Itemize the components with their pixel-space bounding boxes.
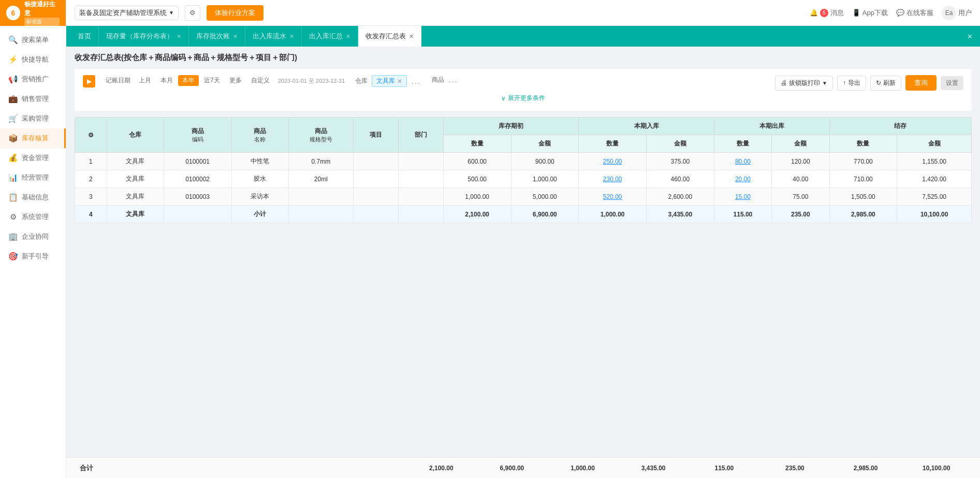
col-product-code-header: 商品编码 bbox=[164, 118, 231, 153]
cell-product-spec: 0.7mm bbox=[288, 153, 353, 170]
refresh-button[interactable]: ↻ 刷新 bbox=[870, 76, 901, 91]
cell-closing-qty: 770.00 bbox=[829, 153, 897, 170]
cell-out-qty[interactable]: 15.00 bbox=[714, 188, 771, 206]
close-icon[interactable]: ✕ bbox=[409, 33, 414, 40]
cell-warehouse: 文具库 bbox=[107, 153, 164, 170]
tab-inout-summary[interactable]: 出入库汇总 ✕ bbox=[302, 26, 358, 47]
gear-button[interactable]: ⚙ bbox=[185, 5, 200, 21]
col-project-header: 项目 bbox=[354, 118, 399, 153]
filter-expand-button[interactable]: ▶ bbox=[83, 75, 95, 88]
sidebar-item-beginner[interactable]: 🎯 新手引导 bbox=[0, 247, 66, 266]
sidebar-item-enterprise[interactable]: 🏢 企业协同 bbox=[0, 227, 66, 247]
sidebar: 6 畅捷通好生意 标准版 🔍 搜索菜单 ⚡ 快捷导航 📢 营销推广 💼 销售管理… bbox=[0, 0, 66, 478]
cell-in-qty[interactable]: 250.00 bbox=[579, 153, 647, 170]
close-icon[interactable]: ✕ bbox=[289, 33, 294, 40]
warehouse-remove-icon[interactable]: ✕ bbox=[397, 78, 402, 85]
col-in-qty-header: 数量 bbox=[579, 135, 647, 153]
purchase-icon: 🛒 bbox=[8, 114, 18, 123]
cell-opening-qty: 2,100.00 bbox=[443, 206, 511, 223]
sidebar-item-marketing[interactable]: 📢 营销推广 bbox=[0, 69, 66, 89]
print-label: 拔锁版打印 bbox=[789, 79, 820, 88]
cell-out-amt: 75.00 bbox=[772, 188, 829, 206]
cell-out-amt: 235.00 bbox=[772, 206, 829, 223]
sidebar-item-label: 基础信息 bbox=[22, 193, 49, 202]
cell-out-qty[interactable]: 20.00 bbox=[714, 170, 771, 188]
notifications-item[interactable]: 🔔 6 消息 bbox=[810, 8, 844, 18]
notifications-label: 消息 bbox=[830, 8, 844, 18]
col-in-amt-header: 金额 bbox=[647, 135, 714, 153]
page-container: 收发存汇总表(按仓库＋商品编码＋商品＋规格型号＋项目＋部门) ▶ 记账日期 上月… bbox=[66, 47, 980, 255]
sidebar-item-finance[interactable]: 💰 资金管理 bbox=[0, 148, 66, 168]
tab-inout-flow[interactable]: 出入库流水 ✕ bbox=[245, 26, 302, 47]
enterprise-icon: 🏢 bbox=[8, 232, 18, 241]
notifications-badge: 6 bbox=[820, 9, 828, 17]
sidebar-item-inventory[interactable]: 📦 库存核算 bbox=[0, 128, 66, 148]
tab-receive-send[interactable]: 收发存汇总表 ✕ bbox=[358, 26, 421, 47]
sidebar-item-system[interactable]: ⚙ 系统管理 bbox=[0, 207, 66, 227]
service-icon: 💬 bbox=[896, 9, 904, 17]
table-row: 1 文具库 0100001 中性笔 0.7mm 600.00 900.00 25… bbox=[75, 153, 972, 170]
topbar-right: 🔔 6 消息 📱 App下载 💬 在线客服 Ea 用户 bbox=[810, 6, 972, 20]
online-service-item[interactable]: 💬 在线客服 bbox=[896, 8, 933, 18]
close-icon[interactable]: ✕ bbox=[233, 33, 238, 40]
setting-button[interactable]: 设置 bbox=[941, 76, 963, 90]
query-button[interactable]: 查询 bbox=[905, 75, 937, 91]
sidebar-item-ops[interactable]: 📊 经营管理 bbox=[0, 168, 66, 187]
col-out-qty-header: 数量 bbox=[714, 135, 771, 153]
cell-in-qty[interactable]: 230.00 bbox=[579, 170, 647, 188]
sidebar-item-label: 资金管理 bbox=[22, 153, 49, 163]
avatar: Ea bbox=[942, 6, 956, 20]
page-title: 收发存汇总表(按仓库＋商品编码＋商品＋规格型号＋项目＋部门) bbox=[75, 53, 972, 63]
system-icon: ⚙ bbox=[8, 212, 18, 222]
sidebar-item-basic-info[interactable]: 📋 基础信息 bbox=[0, 187, 66, 207]
tab-inventory-dist[interactable]: 现存量（库存分布表） ✕ bbox=[99, 26, 189, 47]
data-table: ⚙ 仓库 商品编码 商品名称 商品规格型号 项目 部门 库存期初 本期入库 本期… bbox=[75, 117, 972, 223]
cell-project bbox=[354, 170, 399, 188]
sidebar-menu: 🔍 搜索菜单 ⚡ 快捷导航 📢 营销推广 💼 销售管理 🛒 采购管理 📦 库存核… bbox=[0, 26, 66, 270]
date-btn-last-month[interactable]: 上月 bbox=[135, 75, 155, 86]
sidebar-item-quick-nav[interactable]: ⚡ 快捷导航 bbox=[0, 50, 66, 69]
chevron-down-icon: ▼ bbox=[822, 80, 827, 86]
print-button[interactable]: 🖨 拔锁版打印 ▼ bbox=[775, 76, 833, 91]
trial-button[interactable]: 体验行业方案 bbox=[207, 5, 264, 21]
cell-in-amt: 375.00 bbox=[647, 153, 714, 170]
cell-closing-amt: 1,420.00 bbox=[897, 170, 972, 188]
date-btn-this-month[interactable]: 本月 bbox=[156, 75, 177, 86]
system-selector[interactable]: 装备及固定资产辅助管理系统 ▼ bbox=[75, 6, 179, 20]
user-label: 用户 bbox=[958, 8, 972, 18]
close-all-tabs-button[interactable]: ✕ bbox=[959, 26, 980, 47]
expand-more-button[interactable]: ∨ 展开更多条件 bbox=[501, 92, 545, 105]
topbar: 装备及固定资产辅助管理系统 ▼ ⚙ 体验行业方案 🔔 6 消息 📱 App下载 … bbox=[66, 0, 980, 26]
warehouse-more-button[interactable]: ... bbox=[411, 77, 421, 86]
filter-expand-row: ∨ 展开更多条件 bbox=[83, 92, 963, 105]
sidebar-item-label: 快捷导航 bbox=[22, 55, 49, 64]
expand-more-label: 展开更多条件 bbox=[508, 94, 545, 103]
tab-batch[interactable]: 库存批次账 ✕ bbox=[189, 26, 245, 47]
search-icon: 🔍 bbox=[8, 35, 18, 45]
cell-dept bbox=[398, 206, 443, 223]
sidebar-item-purchase[interactable]: 🛒 采购管理 bbox=[0, 109, 66, 128]
sidebar-item-sales[interactable]: 💼 销售管理 bbox=[0, 89, 66, 109]
app-download-item[interactable]: 📱 App下载 bbox=[852, 8, 888, 18]
basic-info-icon: 📋 bbox=[8, 193, 18, 202]
date-btn-custom[interactable]: 自定义 bbox=[247, 75, 274, 86]
cell-product-code bbox=[164, 206, 231, 223]
export-button[interactable]: ↑ 导出 bbox=[837, 76, 866, 91]
cell-in-qty[interactable]: 520.00 bbox=[579, 188, 647, 206]
cell-product-spec: 20ml bbox=[288, 170, 353, 188]
date-btn-this-year[interactable]: 本年 bbox=[178, 75, 199, 86]
sidebar-item-search[interactable]: 🔍 搜索菜单 bbox=[0, 30, 66, 50]
cell-dept bbox=[398, 170, 443, 188]
close-icon[interactable]: ✕ bbox=[177, 33, 181, 40]
user-item[interactable]: Ea 用户 bbox=[942, 6, 972, 20]
cell-out-qty[interactable]: 80.00 bbox=[714, 153, 771, 170]
cell-in-amt: 3,435.00 bbox=[647, 206, 714, 223]
date-btn-7days[interactable]: 近7天 bbox=[200, 75, 224, 86]
close-icon[interactable]: ✕ bbox=[346, 33, 350, 40]
col-settings-header[interactable]: ⚙ bbox=[75, 118, 107, 153]
tab-home[interactable]: 首页 bbox=[70, 26, 99, 47]
tabbar: 首页 现存量（库存分布表） ✕ 库存批次账 ✕ 出入库流水 ✕ 出入库汇总 ✕ … bbox=[66, 26, 980, 47]
date-btn-more[interactable]: 更多 bbox=[225, 75, 246, 86]
cell-in-amt: 2,600.00 bbox=[647, 188, 714, 206]
product-more-button[interactable]: ... bbox=[448, 75, 458, 84]
